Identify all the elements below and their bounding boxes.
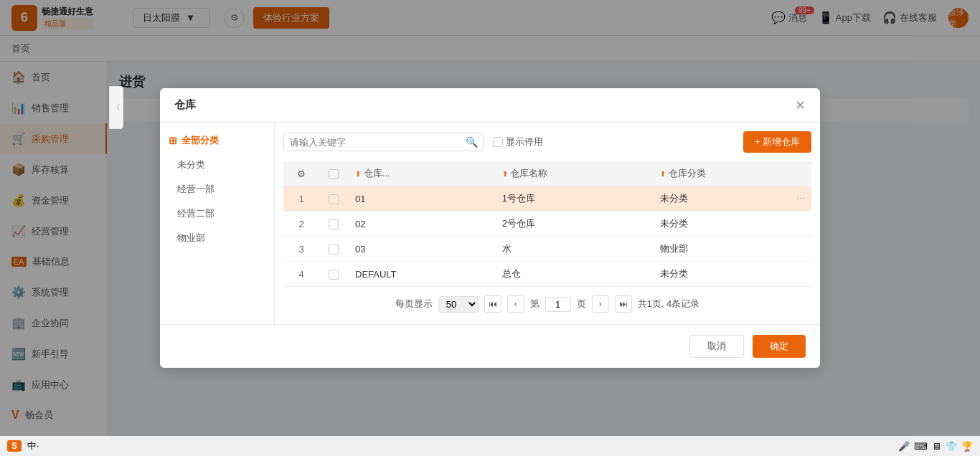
show-disabled-toggle[interactable]: 显示停用 [493, 136, 543, 148]
status-icons: 🎤 ⌨ 🖥 👕 🏆 [898, 441, 973, 452]
grid-icon: ⊞ [169, 135, 177, 146]
table-area: 🔍 显示停用 + 新增仓库 ⚙ [275, 123, 820, 324]
mic-icon: 🎤 [898, 441, 910, 452]
row-category: 未分类 [653, 262, 811, 287]
pagination: 每页显示 50 10 20 100 ⏮ ‹ 第 页 › ⏭ 共1页, 4条记录 [283, 287, 811, 315]
category-item-dept2[interactable]: 经营二部 [160, 201, 274, 226]
row-num: 2 [283, 212, 319, 237]
table-row[interactable]: 4 DEFAULT 总仓 未分类 [283, 262, 811, 287]
trophy-icon: 🏆 [961, 441, 973, 452]
row-category: 未分类 ··· [653, 186, 811, 212]
table-row[interactable]: 3 03 水 物业部 [283, 237, 811, 262]
table-row[interactable]: 2 02 2号仓库 未分类 [283, 212, 811, 237]
row-num: 3 [283, 237, 319, 262]
dialog-body: ⊞ 全部分类 未分类 经营一部 经营二部 物业部 《 🔍 [160, 123, 820, 324]
table-row[interactable]: 1 01 1号仓库 未分类 ··· [283, 186, 811, 212]
select-all-checkbox[interactable] [329, 169, 339, 179]
warehouse-table: ⚙ ⬆ 仓库... ⬆ [283, 161, 811, 287]
row-checkbox[interactable] [319, 237, 348, 262]
keyboard-icon: ⌨ [914, 441, 928, 452]
table-toolbar: 🔍 显示停用 + 新增仓库 [283, 131, 811, 153]
search-box: 🔍 [283, 133, 484, 151]
row-category: 未分类 [653, 212, 811, 237]
dialog-title: 仓库 [174, 98, 196, 112]
row-checkbox[interactable] [319, 186, 348, 212]
next-page-btn[interactable]: › [592, 295, 609, 313]
table-header: ⚙ ⬆ 仓库... ⬆ [283, 161, 811, 186]
col-name[interactable]: ⬆ 仓库名称 [495, 161, 654, 186]
dialog-close-btn[interactable]: ✕ [795, 99, 806, 112]
show-disabled-checkbox[interactable] [493, 137, 503, 147]
prev-page-btn[interactable]: ‹ [507, 295, 524, 313]
row-code: 03 [348, 237, 495, 262]
status-logo: S [7, 440, 22, 452]
page-size-select[interactable]: 50 10 20 100 [438, 296, 479, 313]
row-code: 02 [348, 212, 495, 237]
col-settings: ⚙ [283, 161, 319, 186]
row-category: 物业部 [653, 237, 811, 262]
sort-icon-category: ⬆ [660, 170, 666, 178]
shirt-icon: 👕 [946, 441, 957, 452]
status-bar: S 中· 🎤 ⌨ 🖥 👕 🏆 [0, 436, 980, 456]
col-settings-icon[interactable]: ⚙ [297, 168, 306, 179]
row-code: DEFAULT [348, 262, 495, 287]
row-name: 水 [495, 237, 654, 262]
table-container: ⚙ ⬆ 仓库... ⬆ [283, 161, 811, 287]
modal-overlay: 仓库 ✕ ⊞ 全部分类 未分类 经营一部 经营二部 物业部 《 [0, 0, 980, 456]
category-item-dept1[interactable]: 经营一部 [160, 177, 274, 201]
category-item-property[interactable]: 物业部 [160, 226, 274, 250]
row-name: 总仓 [495, 262, 654, 287]
warehouse-dialog: 仓库 ✕ ⊞ 全部分类 未分类 经营一部 经营二部 物业部 《 [160, 88, 820, 368]
dialog-footer: 取消 确定 [160, 324, 820, 368]
first-page-btn[interactable]: ⏮ [484, 295, 501, 313]
monitor-icon: 🖥 [932, 441, 941, 452]
row-name: 1号仓库 [495, 186, 654, 212]
row-checkbox[interactable] [319, 262, 348, 287]
confirm-btn[interactable]: 确定 [753, 335, 806, 358]
last-page-btn[interactable]: ⏭ [615, 295, 632, 313]
search-input[interactable] [290, 137, 461, 148]
add-warehouse-btn[interactable]: + 新增仓库 [743, 131, 811, 153]
row-name: 2号仓库 [495, 212, 654, 237]
category-all[interactable]: ⊞ 全部分类 [160, 128, 274, 153]
sort-icon-name: ⬆ [502, 170, 508, 178]
row-num: 1 [283, 186, 319, 212]
col-category[interactable]: ⬆ 仓库分类 [653, 161, 811, 186]
dialog-header: 仓库 ✕ [160, 88, 820, 123]
search-icon[interactable]: 🔍 [466, 136, 478, 148]
row-code: 01 [348, 186, 495, 212]
row-checkbox[interactable] [319, 212, 348, 237]
col-code[interactable]: ⬆ 仓库... [348, 161, 495, 186]
category-sidebar: ⊞ 全部分类 未分类 经营一部 经营二部 物业部 《 [160, 123, 275, 324]
table-body: 1 01 1号仓库 未分类 ··· 2 [283, 186, 811, 287]
col-checkbox [319, 161, 348, 186]
row-more-btn[interactable]: ··· [796, 192, 804, 203]
row-num: 4 [283, 262, 319, 287]
category-item-uncategorized[interactable]: 未分类 [160, 153, 274, 177]
cancel-btn[interactable]: 取消 [689, 335, 744, 358]
page-number-input[interactable] [545, 297, 571, 312]
sort-icon-code: ⬆ [355, 170, 361, 178]
